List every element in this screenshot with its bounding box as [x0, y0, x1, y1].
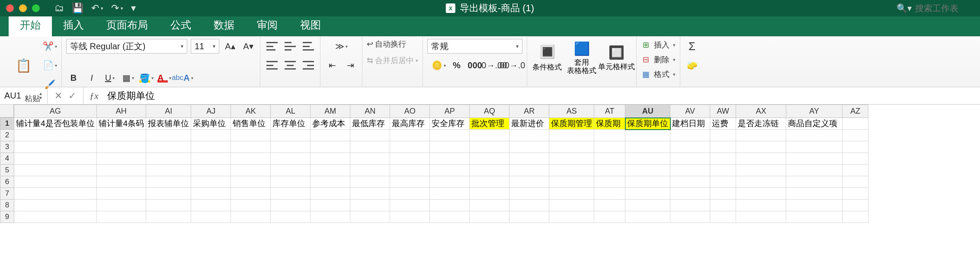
cell-AZ4[interactable] [842, 153, 868, 165]
align-center-button[interactable] [283, 58, 298, 73]
cell-AZ3[interactable] [842, 141, 868, 153]
cell-AY7[interactable] [786, 188, 842, 200]
cell-AQ2[interactable] [470, 130, 509, 141]
cell-AT9[interactable] [594, 211, 625, 223]
cell-AL2[interactable] [271, 130, 311, 141]
cell-AU7[interactable] [625, 188, 670, 200]
cell-AR6[interactable] [509, 176, 549, 188]
col-header-AL[interactable]: AL [271, 105, 311, 118]
increase-indent-button[interactable]: ⇥ [343, 58, 358, 73]
cell-AX8[interactable] [736, 200, 786, 211]
tab-formulas[interactable]: 公式 [159, 15, 202, 36]
cell-AL8[interactable] [271, 200, 311, 211]
col-header-AH[interactable]: AH [96, 105, 146, 118]
cell-AI8[interactable] [146, 200, 191, 211]
cell-AL6[interactable] [271, 176, 311, 188]
tab-home[interactable]: 开始 [9, 15, 52, 36]
cell-AG2[interactable] [14, 130, 97, 141]
align-right-button[interactable] [301, 58, 316, 73]
cell-AO8[interactable] [390, 200, 430, 211]
percent-button[interactable]: % [449, 58, 464, 73]
cell-AM4[interactable] [311, 153, 350, 165]
cell-AM9[interactable] [311, 211, 350, 223]
cell-AX9[interactable] [736, 211, 786, 223]
cell-AT7[interactable] [594, 188, 625, 200]
insert-cells-button[interactable]: ⊞ 插入 ▾ [641, 39, 676, 51]
cell-AL7[interactable] [271, 188, 311, 200]
cell-AH3[interactable] [96, 141, 146, 153]
row-header-6[interactable]: 6 [0, 176, 14, 188]
cell-AN3[interactable] [350, 141, 390, 153]
cell-AI4[interactable] [146, 153, 191, 165]
cell-AW9[interactable] [710, 211, 736, 223]
cell-AI9[interactable] [146, 211, 191, 223]
cell-AN9[interactable] [350, 211, 390, 223]
cell-AO6[interactable] [390, 176, 430, 188]
cell-AU9[interactable] [625, 211, 670, 223]
cell-AY9[interactable] [786, 211, 842, 223]
cell-AN1[interactable]: 最低库存 [350, 118, 390, 130]
cell-AY2[interactable] [786, 130, 842, 141]
cell-AN5[interactable] [350, 165, 390, 176]
qat-customize-caret[interactable]: ▾ [131, 3, 136, 14]
col-header-AM[interactable]: AM [311, 105, 350, 118]
row-header-3[interactable]: 3 [0, 141, 14, 153]
cell-AR7[interactable] [509, 188, 549, 200]
cell-AK7[interactable] [231, 188, 271, 200]
cell-AP7[interactable] [430, 188, 470, 200]
cell-AW2[interactable] [710, 130, 736, 141]
cell-AK3[interactable] [231, 141, 271, 153]
cell-AM7[interactable] [311, 188, 350, 200]
cell-AP9[interactable] [430, 211, 470, 223]
cell-AU5[interactable] [625, 165, 670, 176]
cell-AI7[interactable] [146, 188, 191, 200]
cell-AW1[interactable]: 运费 [710, 118, 736, 130]
undo-button[interactable]: ↶ [91, 3, 103, 14]
cell-AH8[interactable] [96, 200, 146, 211]
cell-AU1[interactable]: 保质期单位 [625, 118, 670, 130]
cell-AH2[interactable] [96, 130, 146, 141]
cell-AR3[interactable] [509, 141, 549, 153]
tab-data[interactable]: 数据 [202, 15, 246, 36]
cell-AO2[interactable] [390, 130, 430, 141]
cell-AX5[interactable] [736, 165, 786, 176]
cell-AJ7[interactable] [191, 188, 231, 200]
cell-AS8[interactable] [549, 200, 594, 211]
cell-AG7[interactable] [14, 188, 97, 200]
cell-AS9[interactable] [549, 211, 594, 223]
cell-AX4[interactable] [736, 153, 786, 165]
cell-AQ3[interactable] [470, 141, 509, 153]
cell-AH7[interactable] [96, 188, 146, 200]
col-header-AG[interactable]: AG [14, 105, 97, 118]
cell-AV4[interactable] [670, 153, 710, 165]
cell-AH5[interactable] [96, 165, 146, 176]
font-color-button[interactable]: A [157, 70, 172, 85]
cell-AT2[interactable] [594, 130, 625, 141]
cell-AU2[interactable] [625, 130, 670, 141]
phonetic-button[interactable]: abcA [175, 70, 190, 85]
cell-AZ1[interactable] [842, 118, 868, 130]
tab-review[interactable]: 审阅 [246, 15, 289, 36]
currency-button[interactable]: 🪙 [431, 58, 446, 73]
cell-AS6[interactable] [549, 176, 594, 188]
cell-AJ1[interactable]: 采购单位 [191, 118, 231, 130]
name-box[interactable]: AU1 ▲▼ [0, 87, 48, 104]
cell-AM1[interactable]: 参考成本 [311, 118, 350, 130]
col-header-AZ[interactable]: AZ [842, 105, 868, 118]
row-header-5[interactable]: 5 [0, 165, 14, 176]
cell-AX6[interactable] [736, 176, 786, 188]
cell-AY4[interactable] [786, 153, 842, 165]
cell-AL1[interactable]: 库存单位 [271, 118, 311, 130]
cell-AP6[interactable] [430, 176, 470, 188]
cell-AM6[interactable] [311, 176, 350, 188]
cell-AK9[interactable] [231, 211, 271, 223]
cell-AK6[interactable] [231, 176, 271, 188]
cell-AW6[interactable] [710, 176, 736, 188]
cell-AK1[interactable]: 销售单位 [231, 118, 271, 130]
close-window-button[interactable] [6, 4, 14, 12]
decrease-font-button[interactable]: A▾ [241, 39, 256, 54]
spreadsheet-grid[interactable]: AGAHAIAJAKALAMANAOAPAQARASATAUAVAWAXAYAZ… [0, 105, 980, 223]
row-header-1[interactable]: 1 [0, 118, 14, 130]
cell-AK5[interactable] [231, 165, 271, 176]
cell-AQ4[interactable] [470, 153, 509, 165]
